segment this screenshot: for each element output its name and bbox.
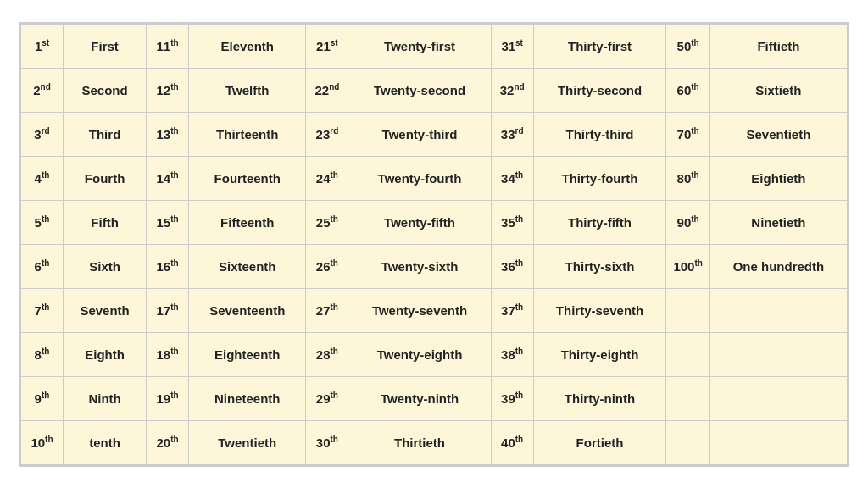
- number-cell: [666, 288, 709, 332]
- number-cell: 32nd: [491, 68, 533, 112]
- number-cell: 23rd: [306, 112, 348, 156]
- ordinal-numbers-table: 1stFirst11thEleventh21stTwenty-first31st…: [19, 22, 849, 467]
- number-cell: 22nd: [306, 68, 348, 112]
- number-cell: 1st: [21, 24, 64, 68]
- number-cell: 20th: [147, 420, 189, 464]
- number-cell: 100th: [666, 244, 709, 288]
- number-cell: [666, 332, 709, 376]
- number-cell: 25th: [306, 200, 348, 244]
- word-cell: Seventeenth: [189, 288, 306, 332]
- number-cell: 35th: [491, 200, 533, 244]
- word-cell: tenth: [64, 420, 147, 464]
- word-cell: Thirty-fifth: [533, 200, 666, 244]
- number-cell: 8th: [21, 332, 64, 376]
- number-cell: 17th: [147, 288, 189, 332]
- number-cell: 14th: [147, 156, 189, 200]
- word-cell: Sixth: [64, 244, 147, 288]
- number-cell: 9th: [21, 376, 64, 420]
- number-cell: 12th: [147, 68, 189, 112]
- word-cell: Thirtieth: [348, 420, 491, 464]
- word-cell: Thirteenth: [189, 112, 306, 156]
- word-cell: [709, 420, 847, 464]
- word-cell: Twenty-third: [348, 112, 491, 156]
- number-cell: 80th: [666, 156, 709, 200]
- word-cell: Ninetieth: [709, 200, 847, 244]
- number-cell: 3rd: [21, 112, 64, 156]
- word-cell: Eighteenth: [189, 332, 306, 376]
- word-cell: Sixtieth: [709, 68, 847, 112]
- number-cell: 30th: [306, 420, 348, 464]
- number-cell: 60th: [666, 68, 709, 112]
- word-cell: Twenty-eighth: [348, 332, 491, 376]
- number-cell: 7th: [21, 288, 64, 332]
- word-cell: [709, 332, 847, 376]
- number-cell: 16th: [147, 244, 189, 288]
- number-cell: 24th: [306, 156, 348, 200]
- word-cell: One hundredth: [709, 244, 847, 288]
- word-cell: Fiftieth: [709, 24, 847, 68]
- word-cell: Twenty-first: [348, 24, 491, 68]
- number-cell: 31st: [491, 24, 533, 68]
- word-cell: Sixteenth: [189, 244, 306, 288]
- number-cell: 39th: [491, 376, 533, 420]
- word-cell: Fifteenth: [189, 200, 306, 244]
- word-cell: Thirty-seventh: [533, 288, 666, 332]
- word-cell: Third: [64, 112, 147, 156]
- word-cell: Thirty-eighth: [533, 332, 666, 376]
- number-cell: 18th: [147, 332, 189, 376]
- word-cell: Ninth: [64, 376, 147, 420]
- word-cell: Thirty-third: [533, 112, 666, 156]
- number-cell: 34th: [491, 156, 533, 200]
- word-cell: Fifth: [64, 200, 147, 244]
- word-cell: Fourth: [64, 156, 147, 200]
- word-cell: Thirty-ninth: [533, 376, 666, 420]
- number-cell: 2nd: [21, 68, 64, 112]
- number-cell: 19th: [147, 376, 189, 420]
- number-cell: 4th: [21, 156, 64, 200]
- word-cell: Twenty-second: [348, 68, 491, 112]
- word-cell: Twelfth: [189, 68, 306, 112]
- word-cell: Seventh: [64, 288, 147, 332]
- number-cell: 50th: [666, 24, 709, 68]
- number-cell: 10th: [21, 420, 64, 464]
- word-cell: Fortieth: [533, 420, 666, 464]
- word-cell: First: [64, 24, 147, 68]
- word-cell: Nineteenth: [189, 376, 306, 420]
- number-cell: 11th: [147, 24, 189, 68]
- number-cell: 70th: [666, 112, 709, 156]
- number-cell: 29th: [306, 376, 348, 420]
- number-cell: 40th: [491, 420, 533, 464]
- word-cell: Seventieth: [709, 112, 847, 156]
- word-cell: Eighth: [64, 332, 147, 376]
- number-cell: 6th: [21, 244, 64, 288]
- number-cell: 33rd: [491, 112, 533, 156]
- word-cell: Second: [64, 68, 147, 112]
- word-cell: Twenty-fifth: [348, 200, 491, 244]
- word-cell: Fourteenth: [189, 156, 306, 200]
- word-cell: Twenty-ninth: [348, 376, 491, 420]
- number-cell: 26th: [306, 244, 348, 288]
- word-cell: Twenty-seventh: [348, 288, 491, 332]
- word-cell: [709, 376, 847, 420]
- number-cell: 15th: [147, 200, 189, 244]
- number-cell: [666, 420, 709, 464]
- number-cell: 28th: [306, 332, 348, 376]
- word-cell: Twenty-fourth: [348, 156, 491, 200]
- number-cell: 37th: [491, 288, 533, 332]
- number-cell: 21st: [306, 24, 348, 68]
- number-cell: 27th: [306, 288, 348, 332]
- number-cell: 5th: [21, 200, 64, 244]
- word-cell: Twentieth: [189, 420, 306, 464]
- word-cell: Eightieth: [709, 156, 847, 200]
- number-cell: 90th: [666, 200, 709, 244]
- word-cell: Thirty-first: [533, 24, 666, 68]
- number-cell: 13th: [147, 112, 189, 156]
- word-cell: Thirty-sixth: [533, 244, 666, 288]
- word-cell: [709, 288, 847, 332]
- number-cell: 36th: [491, 244, 533, 288]
- word-cell: Twenty-sixth: [348, 244, 491, 288]
- number-cell: [666, 376, 709, 420]
- word-cell: Eleventh: [189, 24, 306, 68]
- word-cell: Thirty-fourth: [533, 156, 666, 200]
- word-cell: Thirty-second: [533, 68, 666, 112]
